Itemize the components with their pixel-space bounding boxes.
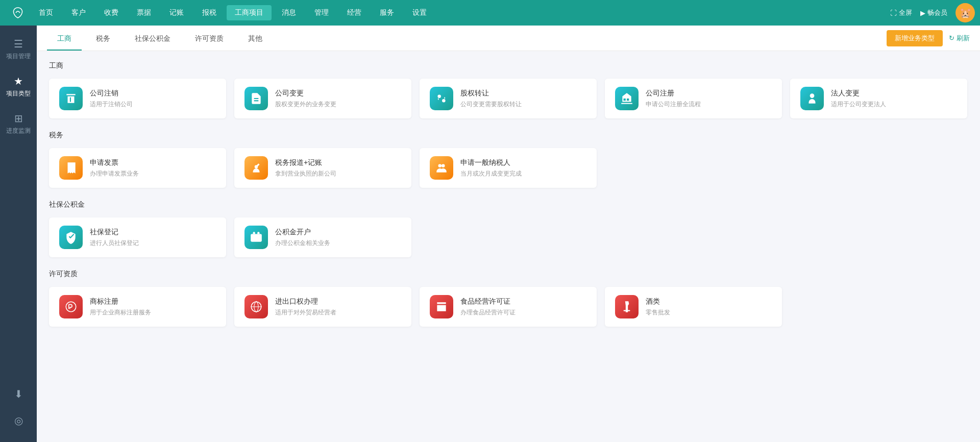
card-desc-apply-invoice: 办理申请发票业务 — [90, 169, 216, 178]
star-icon: ★ — [14, 75, 23, 87]
card-company-register[interactable]: 公司注册 申请公司注册全流程 — [605, 79, 782, 118]
nav-home[interactable]: 首页 — [31, 5, 61, 20]
section-shebao: 社保公积金 社保登记 进行人员社保登记 — [49, 200, 968, 257]
tab-bar: 工商 税务 社保公积金 许可资质 其他 新增业务类型 ↻ 刷新 — [37, 26, 980, 51]
section-gongshang: 工商 公司注销 适用于注销公司 — [49, 61, 968, 118]
sidebar-download-btn[interactable]: ⬇ — [0, 381, 37, 407]
sidebar-label-progress: 进度监测 — [6, 127, 31, 135]
card-icon-equity-transfer — [430, 87, 453, 110]
nav-bills[interactable]: 票据 — [129, 5, 159, 20]
card-title-housing-fund: 公积金开户 — [275, 228, 401, 237]
card-desc-company-cancellation: 适用于注销公司 — [90, 100, 216, 109]
sidebar-item-project-management[interactable]: ☰ 项目管理 — [0, 31, 37, 68]
card-desc-tax-accounting: 拿到营业执照的新公司 — [275, 169, 401, 178]
section-shuiwu: 税务 申请发票 办理申请发票业务 — [49, 131, 968, 188]
card-alcohol[interactable]: 酒类 零售批发 — [605, 287, 782, 327]
nav-operation[interactable]: 经营 — [339, 5, 370, 20]
shebao-cards-grid: 社保登记 进行人员社保登记 公积金开户 办理公积金相关业务 — [49, 217, 968, 257]
nav-accounting[interactable]: 记账 — [161, 5, 192, 20]
card-legal-change[interactable]: 法人变更 适用于公司变更法人 — [790, 79, 967, 118]
card-tax-accounting[interactable]: 税务报道+记账 拿到营业执照的新公司 — [234, 148, 411, 188]
sidebar-label-project-management: 项目管理 — [6, 52, 31, 61]
vip-btn[interactable]: ▶ 畅会员 — [920, 8, 947, 17]
nav-management[interactable]: 管理 — [306, 5, 337, 20]
card-general-taxpayer[interactable]: 申请一般纳税人 当月或次月成变更完成 — [420, 148, 597, 188]
card-info-legal-change: 法人变更 适用于公司变更法人 — [831, 89, 957, 109]
section-title-gongshang: 工商 — [49, 61, 968, 70]
card-icon-company-change — [244, 87, 268, 110]
card-equity-transfer[interactable]: 股权转让 公司变更需要股权转让 — [420, 79, 597, 118]
card-title-company-change: 公司变更 — [275, 89, 401, 98]
list-icon: ☰ — [14, 38, 23, 50]
nav-service[interactable]: 服务 — [372, 5, 402, 20]
card-title-apply-invoice: 申请发票 — [90, 158, 216, 167]
location-icon: ◎ — [14, 414, 23, 427]
sidebar-location-btn[interactable]: ◎ — [0, 407, 37, 434]
card-title-food-license: 食品经营许可证 — [460, 297, 586, 306]
card-icon-general-taxpayer — [430, 156, 453, 180]
tab-gongshang[interactable]: 工商 — [47, 28, 82, 51]
gongshang-cards-grid: 公司注销 适用于注销公司 公司变更 股权变更外的业务变更 — [49, 79, 968, 118]
refresh-button[interactable]: ↻ 刷新 — [949, 34, 970, 43]
nav-business[interactable]: 工商项目 — [227, 5, 272, 20]
card-icon-trademark — [59, 295, 83, 318]
mascot-avatar[interactable]: 🐹 — [955, 3, 975, 22]
shuiwu-cards-grid: 申请发票 办理申请发票业务 税务报道+记账 拿到营业执照的新公司 — [49, 148, 968, 188]
svg-point-5 — [442, 164, 445, 167]
tab-shebao[interactable]: 社保公积金 — [125, 28, 181, 51]
top-navigation: 首页 客户 收费 票据 记账 报税 工商项目 消息 管理 经营 服务 设置 ⛶ … — [0, 0, 980, 26]
svg-point-8 — [66, 302, 76, 312]
sidebar-bottom: ⬇ ◎ — [0, 381, 37, 442]
card-title-company-cancellation: 公司注销 — [90, 89, 216, 98]
card-icon-tax-accounting — [244, 156, 268, 180]
card-icon-alcohol — [615, 295, 639, 318]
card-import-export[interactable]: 进出口权办理 适用于对外贸易经营者 — [234, 287, 411, 327]
card-trademark[interactable]: 商标注册 用于企业商标注册服务 — [49, 287, 226, 327]
card-icon-company-register — [615, 87, 639, 110]
vip-label: 畅会员 — [927, 8, 947, 17]
card-food-license[interactable]: 食品经营许可证 办理食品经营许可证 — [420, 287, 597, 327]
nav-client[interactable]: 客户 — [63, 5, 94, 20]
card-title-import-export: 进出口权办理 — [275, 297, 401, 306]
content-area: 工商 税务 社保公积金 许可资质 其他 新增业务类型 ↻ 刷新 工商 — [37, 26, 980, 442]
sidebar-item-project-type[interactable]: ★ 项目类型 — [0, 68, 37, 105]
card-desc-food-license: 办理食品经营许可证 — [460, 308, 586, 317]
card-title-trademark: 商标注册 — [90, 297, 216, 306]
tab-xuke[interactable]: 许可资质 — [185, 28, 234, 51]
fullscreen-btn[interactable]: ⛶ 全屏 — [890, 8, 912, 17]
nav-fees[interactable]: 收费 — [96, 5, 127, 20]
card-desc-social-insurance: 进行人员社保登记 — [90, 239, 216, 248]
scroll-content[interactable]: 工商 公司注销 适用于注销公司 — [37, 51, 980, 442]
tab-shuiwu[interactable]: 税务 — [86, 28, 120, 51]
card-company-change[interactable]: 公司变更 股权变更外的业务变更 — [234, 79, 411, 118]
vip-icon: ▶ — [920, 9, 925, 17]
card-company-cancellation[interactable]: 公司注销 适用于注销公司 — [49, 79, 226, 118]
tab-other[interactable]: 其他 — [238, 28, 273, 51]
card-icon-housing-fund — [244, 226, 268, 249]
nav-settings[interactable]: 设置 — [404, 5, 435, 20]
card-info-company-register: 公司注册 申请公司注册全流程 — [646, 89, 772, 109]
logo — [5, 6, 31, 20]
card-info-import-export: 进出口权办理 适用于对外贸易经营者 — [275, 297, 401, 317]
top-nav-right: ⛶ 全屏 ▶ 畅会员 🐹 — [890, 3, 975, 22]
card-desc-import-export: 适用于对外贸易经营者 — [275, 308, 401, 317]
fullscreen-label: 全屏 — [899, 8, 912, 17]
grid-icon: ⊞ — [14, 112, 23, 125]
card-desc-company-register: 申请公司注册全流程 — [646, 100, 772, 109]
card-info-food-license: 食品经营许可证 办理食品经营许可证 — [460, 297, 586, 317]
section-title-shuiwu: 税务 — [49, 131, 968, 140]
card-info-general-taxpayer: 申请一般纳税人 当月或次月成变更完成 — [460, 158, 586, 178]
card-icon-food-license — [430, 295, 453, 318]
card-title-tax-accounting: 税务报道+记账 — [275, 158, 401, 167]
card-housing-fund[interactable]: 公积金开户 办理公积金相关业务 — [234, 217, 411, 257]
nav-tax[interactable]: 报税 — [194, 5, 225, 20]
nav-message[interactable]: 消息 — [274, 5, 304, 20]
card-social-insurance[interactable]: 社保登记 进行人员社保登记 — [49, 217, 226, 257]
fullscreen-icon: ⛶ — [890, 9, 897, 17]
card-icon-legal-change — [800, 87, 824, 110]
card-info-apply-invoice: 申请发票 办理申请发票业务 — [90, 158, 216, 178]
new-type-button[interactable]: 新增业务类型 — [887, 30, 943, 46]
sidebar-item-progress[interactable]: ⊞ 进度监测 — [0, 105, 37, 142]
card-apply-invoice[interactable]: 申请发票 办理申请发票业务 — [49, 148, 226, 188]
svg-point-2 — [810, 93, 815, 98]
